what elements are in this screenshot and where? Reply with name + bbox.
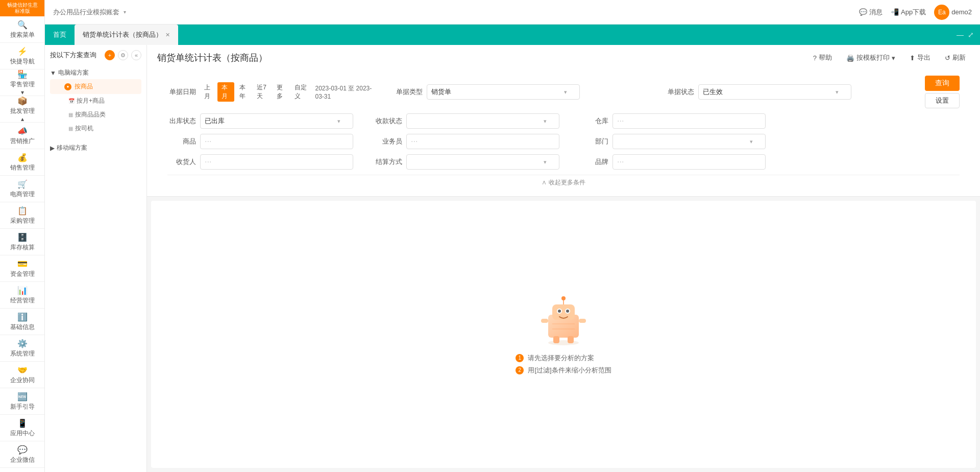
dept-chevron: ▾ — [750, 138, 753, 145]
sidebar-item-system-label: 系统管理 — [10, 349, 35, 358]
refresh-label: 刷新 — [952, 53, 966, 62]
mobile-scheme-header[interactable]: ▶ 移动端方案 — [50, 141, 141, 154]
product-dots: ··· — [205, 137, 211, 146]
calendar-icon: 📅 — [68, 98, 75, 104]
sidebar-item-search[interactable]: 🔍 搜索菜单 — [0, 16, 44, 43]
receiver-label: 收货人 — [167, 157, 196, 167]
message-btn[interactable]: 💬 消息 — [859, 8, 883, 17]
salesman-dots: ··· — [411, 137, 418, 146]
left-panel-title: 按以下方案查询 — [50, 51, 96, 60]
warehouse-chevron: ▾ — [337, 118, 340, 125]
date-tab-custom[interactable]: 自定义 — [290, 82, 311, 102]
collect-select[interactable]: ▾ — [406, 113, 559, 129]
filter-row-2: 出库状态 已出库 ▾ 收款状态 ▾ 仓库 ··· — [167, 113, 960, 129]
scheme-by-category[interactable]: ▦ 按商品品类 — [50, 108, 141, 122]
sidebar-item-sales-label: 销售管理 — [10, 163, 35, 172]
sidebar-item-enterprise[interactable]: 🤝 企业协同 — [0, 362, 44, 388]
newuser-icon: 🆕 — [17, 392, 28, 402]
user-name: demo2 — [951, 8, 972, 16]
sidebar-item-corpwechat[interactable]: 💬 企业微信 — [0, 441, 44, 468]
storage-label: 仓库 — [580, 116, 608, 126]
export-btn[interactable]: ⬆ 导出 — [905, 51, 935, 64]
pc-scheme-header[interactable]: ▼ 电脑端方案 — [50, 66, 141, 79]
settings-scheme-btn[interactable]: ⚙ — [118, 50, 128, 60]
date-filter-control: 上月 本月 本年 近7天 更多 自定义 2023-03-01 至 2023-03… — [200, 82, 374, 102]
settings-btn[interactable]: 设置 — [925, 93, 960, 108]
scheme-by-month-product[interactable]: 📅 按月+商品 — [50, 94, 141, 108]
scheme-by-product[interactable]: ● 按商品 — [50, 79, 141, 94]
export-icon: ⬆ — [910, 54, 915, 62]
industry-dropdown-icon[interactable]: ▾ — [124, 9, 126, 15]
dept-select[interactable]: ▾ — [612, 134, 766, 149]
add-icon: + — [108, 52, 111, 58]
filter-row-3: 商品 ··· 业务员 ··· 部门 ▾ — [167, 134, 960, 149]
receiver-input[interactable]: ··· — [200, 154, 353, 170]
storage-input[interactable]: ··· — [612, 113, 766, 129]
tip-text-1: 请先选择要分析的方案 — [528, 353, 594, 363]
print-icon: 🖨️ — [846, 54, 854, 62]
print-label: 按模板打印 — [856, 53, 890, 62]
page-title-row: 销货单统计计表（按商品） ? 帮助 🖨️ 按模板打印 ▾ ⬆ — [157, 51, 970, 64]
sidebar-item-member[interactable]: 👑 畅会员 — [0, 468, 44, 472]
date-tab-last7days[interactable]: 近7天 — [253, 82, 272, 102]
scheme-by-driver[interactable]: ▦ 按司机 — [50, 122, 141, 135]
tab-minimize-icon[interactable]: — — [957, 31, 964, 39]
tab-close-icon[interactable]: ✕ — [165, 32, 170, 38]
user-area[interactable]: Ea demo2 — [934, 5, 972, 20]
brand-input[interactable]: ··· — [612, 154, 766, 170]
sidebar-item-system[interactable]: ⚙️ 系统管理 — [0, 335, 44, 362]
tab-sales-stats-label: 销货单统计计表（按商品） — [83, 30, 162, 39]
date-label: 单据日期 — [167, 87, 196, 97]
tab-home[interactable]: 首页 — [45, 25, 75, 45]
svg-rect-2 — [552, 304, 575, 320]
sidebar-item-newuser-label: 新手引导 — [10, 403, 35, 411]
storage-dots: ··· — [617, 116, 624, 126]
sidebar-item-basic[interactable]: ℹ️ 基础信息 — [0, 309, 44, 335]
tab-maximize-icon[interactable]: ⤢ — [968, 31, 974, 39]
doc-status-value: 已生效 — [703, 87, 723, 97]
doc-status-select[interactable]: 已生效 ▾ — [698, 84, 851, 100]
sidebar-item-newuser[interactable]: 🆕 新手引导 — [0, 388, 44, 415]
sidebar-item-sales[interactable]: 💰 销售管理 — [0, 149, 44, 176]
help-btn[interactable]: ? 帮助 — [809, 51, 836, 64]
product-input[interactable]: ··· — [200, 134, 353, 149]
settle-select[interactable]: ▾ — [406, 154, 559, 170]
date-tab-thisyear[interactable]: 本年 — [235, 82, 252, 102]
collapse-panel-btn[interactable]: « — [131, 50, 141, 60]
app-download-btn[interactable]: 📲 App下载 — [891, 8, 926, 17]
doc-status-label: 单据状态 — [666, 87, 694, 97]
sidebar-item-marketing-label: 营销推广 — [10, 137, 35, 146]
sidebar-item-finance[interactable]: 💳 资金管理 — [0, 255, 44, 282]
refresh-btn[interactable]: ↺ 刷新 — [941, 51, 970, 64]
print-dropdown-icon: ▾ — [892, 54, 895, 62]
doc-type-label: 单据类型 — [394, 87, 423, 97]
app-download-icon: 📲 — [891, 8, 899, 16]
sidebar-item-ecommerce[interactable]: 🛒 电商管理 — [0, 176, 44, 202]
tip-num-2: 2 — [516, 366, 524, 374]
sidebar-item-wholesale[interactable]: 📦 批发管理 ▴ — [0, 96, 44, 123]
search-icon: 🔍 — [17, 20, 28, 30]
sidebar-item-marketing[interactable]: 📣 营销推广 — [0, 123, 44, 149]
collapse-bar[interactable]: ∧ 收起更多条件 — [167, 175, 960, 190]
doc-type-select[interactable]: 销货单 ▾ — [427, 84, 580, 100]
sidebar-item-operations[interactable]: 📊 经营管理 — [0, 282, 44, 309]
sidebar-item-appcenter[interactable]: 📱 应用中心 — [0, 415, 44, 441]
date-tab-thismonth[interactable]: 本月 — [217, 82, 234, 102]
query-btn[interactable]: 查询 — [925, 76, 960, 91]
tab-sales-stats[interactable]: 销货单统计计表（按商品） ✕ — [75, 25, 178, 45]
sidebar-item-quicknav[interactable]: ⚡ 快捷导航 — [0, 43, 44, 69]
sidebar-item-basic-label: 基础信息 — [10, 323, 35, 332]
sidebar-item-inventory[interactable]: 🗄️ 库存核算 — [0, 229, 44, 255]
sidebar-item-retail-label: 零售管理 — [10, 80, 35, 89]
date-tab-more[interactable]: 更多 — [273, 82, 289, 102]
date-tab-lastmonth[interactable]: 上月 — [200, 82, 216, 102]
sidebar-item-retail[interactable]: 🏪 零售管理 ▾ — [0, 69, 44, 96]
print-btn[interactable]: 🖨️ 按模板打印 ▾ — [842, 51, 899, 64]
right-panel: 销货单统计计表（按商品） ? 帮助 🖨️ 按模板打印 ▾ ⬆ — [147, 45, 980, 472]
add-scheme-btn[interactable]: + — [105, 50, 115, 60]
empty-tip-1: 1 请先选择要分析的方案 — [516, 353, 611, 363]
sidebar-item-purchase[interactable]: 📋 采购管理 — [0, 202, 44, 229]
salesman-input[interactable]: ··· — [406, 134, 559, 149]
warehouse-select[interactable]: 已出库 ▾ — [200, 113, 353, 129]
filter-row-4: 收货人 ··· 结算方式 ▾ 品牌 ··· — [167, 154, 960, 170]
